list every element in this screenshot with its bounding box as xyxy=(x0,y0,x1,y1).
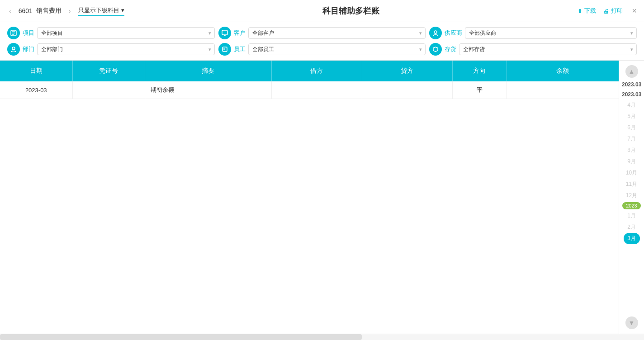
timeline-month-11[interactable]: 11月 xyxy=(619,179,644,190)
timeline-nav-up[interactable]: ▲ xyxy=(625,65,638,78)
timeline-month-7[interactable]: 7月 xyxy=(619,133,644,145)
account-code: 6601 xyxy=(19,7,33,14)
timeline-item-2023-03-top1[interactable]: 2023.03 xyxy=(619,80,644,90)
print-button[interactable]: 🖨 打印 xyxy=(603,7,623,15)
timeline-month-12[interactable]: 12月 xyxy=(619,190,644,201)
timeline-months-group: 4月 5月 6月 7月 8月 9月 10月 11月 12月 2023 1月 2月… xyxy=(619,99,644,244)
timeline-month-4[interactable]: 4月 xyxy=(619,99,644,111)
cell-summary: 期初余额 xyxy=(145,81,271,99)
inventory-label: 存货 xyxy=(445,45,456,53)
cell-balance xyxy=(507,81,619,99)
table-header-row: 日期 凭证号 摘要 借方 贷方 方向 余额 xyxy=(0,61,619,81)
table-row: 2023-03 期初余额 平 xyxy=(0,81,619,99)
supplier-label: 供应商 xyxy=(445,29,462,37)
timeline-month-1[interactable]: 1月 xyxy=(619,210,644,222)
cell-direction: 平 xyxy=(452,81,507,99)
download-label: 下载 xyxy=(584,7,596,15)
page-title: 科目辅助多栏账 xyxy=(130,5,573,16)
customer-select-wrapper: 全部客户 ▾ xyxy=(248,27,426,39)
print-label: 打印 xyxy=(611,7,623,15)
top-actions: ⬆ 下载 🖨 打印 xyxy=(578,7,623,15)
supplier-icon xyxy=(429,27,442,39)
timeline-month-10[interactable]: 10月 xyxy=(619,167,644,179)
employee-label: 员工 xyxy=(234,45,246,53)
department-select-wrapper: 全部部门 ▾ xyxy=(37,43,215,55)
nav-prev-button[interactable]: ‹ xyxy=(7,6,13,15)
timeline-section: 2023.03 2023.03 4月 5月 6月 7月 8月 9月 10月 11… xyxy=(619,80,644,315)
content-area: 日期 凭证号 摘要 借方 贷方 方向 余额 2023-03 期初余额 xyxy=(0,61,644,334)
item-select[interactable]: 全部项目 xyxy=(37,27,215,39)
right-timeline: ▲ 2023.03 2023.03 4月 5月 6月 7月 8月 9月 10月 … xyxy=(619,61,644,334)
customer-icon xyxy=(218,27,231,39)
item-select-wrapper: 全部项目 ▾ xyxy=(37,27,215,39)
cell-credit xyxy=(362,81,452,99)
download-icon: ⬆ xyxy=(578,8,582,14)
account-name: 销售费用 xyxy=(36,7,62,15)
timeline-month-9[interactable]: 9月 xyxy=(619,156,644,167)
filter-customer-row: 客户 全部客户 ▾ xyxy=(218,27,426,39)
cell-date: 2023-03 xyxy=(0,81,72,99)
department-label: 部门 xyxy=(23,45,34,53)
show-sub-label: 只显示下级科目 xyxy=(78,6,119,14)
cell-voucher xyxy=(72,81,145,99)
col-header-voucher: 凭证号 xyxy=(72,61,145,81)
main-window: ‹ 6601 销售费用 › 只显示下级科目 ▾ 科目辅助多栏账 ⬆ 下载 🖨 打… xyxy=(0,0,644,340)
show-sub-dropdown[interactable]: 只显示下级科目 ▾ xyxy=(78,6,124,16)
col-header-debit: 借方 xyxy=(271,61,362,81)
up-arrow-icon: ▲ xyxy=(629,68,635,75)
department-icon xyxy=(7,43,20,56)
col-header-direction: 方向 xyxy=(452,61,507,81)
employee-select-wrapper: 全部员工 ▾ xyxy=(248,43,426,55)
item-icon xyxy=(7,27,20,39)
timeline-month-8[interactable]: 8月 xyxy=(619,145,644,156)
svg-point-6 xyxy=(12,47,15,50)
employee-select[interactable]: 全部员工 xyxy=(248,43,426,55)
customer-select[interactable]: 全部客户 xyxy=(248,27,426,39)
inventory-select[interactable]: 全部存货 xyxy=(459,43,637,55)
cell-debit xyxy=(271,81,362,99)
data-table: 日期 凭证号 摘要 借方 贷方 方向 余额 2023-03 期初余额 xyxy=(0,61,619,99)
col-header-summary: 摘要 xyxy=(145,61,271,81)
download-button[interactable]: ⬆ 下载 xyxy=(578,7,596,15)
inventory-select-wrapper: 全部存货 ▾ xyxy=(459,43,637,55)
filter-employee-row: 员工 全部员工 ▾ xyxy=(218,43,426,56)
filter-department-row: 部门 全部部门 ▾ xyxy=(7,43,215,56)
account-code-box: 6601 销售费用 xyxy=(19,7,62,15)
timeline-item-2023-03-top2[interactable]: 2023.03 xyxy=(619,90,644,99)
supplier-select-wrapper: 全部供应商 ▾ xyxy=(465,27,637,39)
scrollbar-thumb[interactable] xyxy=(0,334,362,340)
nav-next-button[interactable]: › xyxy=(67,6,73,15)
filter-inventory-row: 存货 全部存货 ▾ xyxy=(429,43,637,56)
timeline-month-5[interactable]: 5月 xyxy=(619,111,644,122)
timeline-month-6[interactable]: 6月 xyxy=(619,122,644,133)
top-bar: ‹ 6601 销售费用 › 只显示下级科目 ▾ 科目辅助多栏账 ⬆ 下载 🖨 打… xyxy=(0,0,644,22)
timeline-month-3-active[interactable]: 3月 xyxy=(624,233,640,244)
supplier-select[interactable]: 全部供应商 xyxy=(465,27,637,39)
close-button[interactable]: × xyxy=(632,6,637,16)
col-header-balance: 余额 xyxy=(507,61,619,81)
filter-supplier-row: 供应商 全部供应商 ▾ xyxy=(429,27,637,39)
timeline-nav-down[interactable]: ▼ xyxy=(625,316,638,329)
item-label: 项目 xyxy=(23,29,34,37)
col-header-credit: 贷方 xyxy=(362,61,452,81)
show-sub-chevron-icon: ▾ xyxy=(121,7,124,14)
timeline-year-badge: 2023 xyxy=(622,202,640,209)
department-select[interactable]: 全部部门 xyxy=(37,43,215,55)
svg-rect-4 xyxy=(222,30,227,35)
filter-area: 项目 全部项目 ▾ 客户 全部客户 ▾ 供应 xyxy=(0,22,644,61)
customer-label: 客户 xyxy=(234,29,246,37)
filter-item-row: 项目 全部项目 ▾ xyxy=(7,27,215,39)
timeline-month-2[interactable]: 2月 xyxy=(619,222,644,233)
print-icon: 🖨 xyxy=(603,8,609,14)
col-header-date: 日期 xyxy=(0,61,72,81)
employee-icon xyxy=(218,43,231,56)
table-area: 日期 凭证号 摘要 借方 贷方 方向 余额 2023-03 期初余额 xyxy=(0,61,619,334)
svg-point-5 xyxy=(434,31,437,33)
inventory-icon xyxy=(429,43,442,56)
down-arrow-icon: ▼ xyxy=(629,319,635,326)
bottom-scrollbar[interactable] xyxy=(0,334,644,340)
